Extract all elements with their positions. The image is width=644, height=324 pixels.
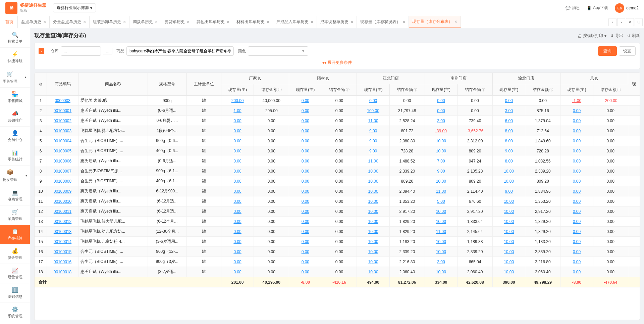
tab-other-out[interactable]: 其他出库单历史 ✕ [193, 16, 233, 28]
td-mocun-qty[interactable]: 0.00 [289, 257, 322, 267]
sidebar-item-retail-stats[interactable]: 📊 零售统计 [0, 146, 30, 166]
td-total-qty[interactable]: 0.00 [560, 267, 593, 277]
td-total-qty[interactable]: 0.00 [560, 176, 593, 186]
td-mocun-qty[interactable]: 0.00 [289, 136, 322, 146]
tab-nav-expand[interactable]: ⊡ [635, 18, 643, 26]
td-factory-qty[interactable]: 0.00 [221, 257, 254, 267]
td-total-qty[interactable]: 0.00 [560, 156, 593, 166]
td-jiangbei-qty[interactable]: 9.00 [357, 126, 390, 136]
td-yubei-qty[interactable]: 3.00 [492, 106, 525, 116]
td-nanan-qty[interactable]: -39.00 [425, 126, 458, 136]
mocun-amt-info-icon[interactable]: ⓘ [346, 88, 350, 92]
tab-nav-next[interactable]: › [617, 18, 625, 26]
td-yubei-qty[interactable]: 10.00 [492, 247, 525, 257]
filter-expand-btn[interactable]: ▾▾ 展开更多条件 [322, 58, 352, 65]
tab-close-disc[interactable]: ✕ [43, 20, 46, 24]
td-yubei-qty[interactable]: 9.00 [492, 186, 525, 196]
table-wrapper[interactable]: ⚙ 商品编码 商品名称 规格型号 主计量单位 厂家仓 陌村仓 江北门店 南岸门店… [35, 73, 640, 320]
td-total-qty[interactable]: 0.00 [560, 146, 593, 156]
settings-btn[interactable]: 设置 [619, 46, 636, 56]
td-total-qty[interactable]: 0.00 [560, 126, 593, 136]
td-factory-qty[interactable]: 0.00 [221, 237, 254, 247]
td-yubei-qty[interactable]: 10.00 [492, 257, 525, 267]
nanan-amt-info-icon[interactable]: ⓘ [482, 88, 485, 92]
sidebar-item-corp-collab[interactable]: 🤝 企业协同 [0, 322, 30, 324]
td-yubei-qty[interactable]: 8.00 [492, 126, 525, 136]
td-yubei-qty[interactable]: 10.00 [492, 166, 525, 176]
td-mocun-qty[interactable]: 0.00 [289, 126, 322, 136]
td-nanan-qty[interactable]: 9.00 [425, 166, 458, 176]
td-total-qty[interactable]: 0.00 [560, 166, 593, 176]
td-jiangbei-qty[interactable]: 10.00 [357, 237, 390, 247]
td-nanan-qty[interactable]: 10.00 [425, 136, 458, 146]
td-mocun-qty[interactable]: 0.00 [289, 116, 322, 126]
td-total-qty[interactable]: 0.00 [560, 206, 593, 217]
td-yubei-qty[interactable]: 0.00 [492, 96, 525, 106]
td-nanan-qty[interactable]: 10.00 [425, 206, 458, 217]
td-mocun-qty[interactable]: 0.00 [289, 176, 322, 186]
td-nanan-qty[interactable]: 3.00 [425, 257, 458, 267]
message-btn[interactable]: 💬 消息 [566, 5, 580, 11]
tab-product-in[interactable]: 产成品入库单历史 ✕ [273, 16, 317, 28]
td-factory-qty[interactable]: 0.00 [221, 206, 254, 217]
td-yubei-qty[interactable]: 9.00 [492, 146, 525, 156]
td-yubei-qty[interactable]: 10.00 [492, 227, 525, 237]
td-mocun-qty[interactable]: 0.00 [289, 186, 322, 196]
td-code[interactable]: 00100009 [47, 186, 78, 196]
tab-disc-history2[interactable]: 分量盘点单历史 ✕ [50, 16, 90, 28]
tab-stock-status[interactable]: 现存量（库存状况表） ✕ [357, 16, 409, 28]
td-code[interactable]: 00100016 [47, 257, 78, 267]
td-mocun-qty[interactable]: 0.00 [289, 196, 322, 206]
td-factory-qty[interactable]: 200.00 [221, 96, 254, 106]
sidebar-item-ecom[interactable]: 💻 电商管理 [0, 186, 30, 205]
product-input[interactable] [126, 46, 234, 56]
tab-close-request[interactable]: ✕ [187, 20, 190, 24]
warehouse-ellipsis-btn[interactable]: ... [103, 48, 112, 54]
td-total-qty[interactable]: 0.00 [560, 136, 593, 146]
td-factory-qty[interactable]: 0.00 [221, 186, 254, 196]
td-jiangbei-qty[interactable]: 10.00 [357, 176, 390, 186]
td-factory-qty[interactable]: 0.00 [221, 126, 254, 136]
td-jiangbei-qty[interactable]: 10.00 [357, 227, 390, 237]
td-factory-qty[interactable]: 0.00 [221, 247, 254, 257]
td-yubei-qty[interactable]: 6.00 [492, 116, 525, 126]
tab-transfer[interactable]: 调拨单历史 ✕ [129, 16, 161, 28]
td-code[interactable]: 00100001 [47, 106, 78, 116]
td-total-qty[interactable]: 0.00 [560, 116, 593, 126]
td-factory-qty[interactable]: 0.00 [221, 217, 254, 227]
print-btn[interactable]: 🖨 按模版打印 ▾ [578, 33, 606, 39]
dropdown-org[interactable]: 母婴行业演示陈套 ▾ [53, 3, 96, 12]
td-jiangbei-qty[interactable]: 9.00 [357, 136, 390, 146]
td-nanan-qty[interactable]: 10.00 [425, 237, 458, 247]
td-jiangbei-qty[interactable]: 10.00 [357, 247, 390, 257]
td-jiangbei-qty[interactable]: 10.00 [357, 186, 390, 196]
td-mocun-qty[interactable]: 0.00 [289, 146, 322, 156]
yubei-amt-info-icon[interactable]: ⓘ [549, 88, 553, 92]
td-nanan-qty[interactable]: 10.00 [425, 176, 458, 186]
td-jiangbei-qty[interactable]: 10.00 [357, 196, 390, 206]
td-yubei-qty[interactable]: 10.00 [492, 237, 525, 247]
td-factory-qty[interactable]: 0.00 [221, 227, 254, 237]
tab-close-transfer[interactable]: ✕ [155, 20, 158, 24]
tab-close-product[interactable]: ✕ [311, 20, 313, 24]
total-amt-info-icon[interactable]: ⓘ [617, 88, 621, 92]
td-code[interactable]: 00100005 [47, 146, 78, 156]
sidebar-item-marketing[interactable]: 📣 营销推广 [0, 107, 30, 127]
td-jiangbei-qty[interactable]: 9.00 [357, 146, 390, 156]
td-nanan-qty[interactable]: 11.00 [425, 186, 458, 196]
td-yubei-qty[interactable]: 8.00 [492, 136, 525, 146]
td-factory-qty[interactable]: 0.00 [221, 166, 254, 176]
sidebar-item-quick-nav[interactable]: ⚡ 快捷导航 [0, 48, 30, 67]
td-code[interactable]: 00100012 [47, 217, 78, 227]
td-jiangbei-qty[interactable]: 10.00 [357, 217, 390, 227]
td-code[interactable]: 00100002 [47, 116, 78, 126]
td-factory-qty[interactable]: 0.00 [221, 267, 254, 277]
td-factory-qty[interactable]: 0.00 [221, 176, 254, 186]
sidebar-item-basic-info[interactable]: ℹ️ 基础信息 [0, 283, 30, 303]
app-download-btn[interactable]: 📱 App下载 [587, 5, 608, 11]
td-total-qty[interactable]: 0.00 [560, 237, 593, 247]
td-jiangbei-qty[interactable]: 10.00 [357, 267, 390, 277]
th-settings[interactable]: ⚙ [35, 73, 47, 96]
td-yubei-qty[interactable]: 8.00 [492, 156, 525, 166]
td-total-qty[interactable]: 0.00 [560, 217, 593, 227]
